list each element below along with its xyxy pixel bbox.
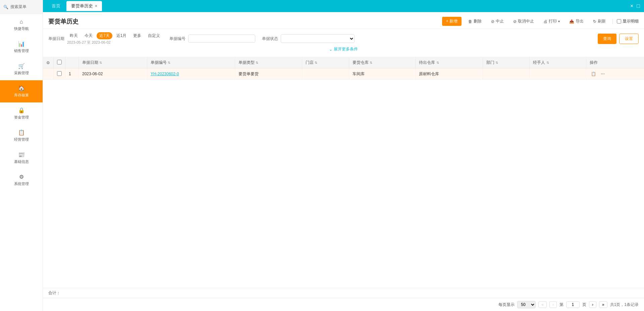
row-num-0: 1 [65, 69, 79, 80]
row-edit-icon-0[interactable]: 📋 [590, 71, 597, 77]
col-store-header: 门店 ⇅ [302, 57, 349, 69]
next-page-btn[interactable]: › [589, 301, 596, 308]
doc-number-filter-group: 单据编号 [169, 35, 255, 43]
handler-sort-icon[interactable]: ⇅ [546, 61, 549, 64]
prev-page-btn[interactable]: ‹ [549, 301, 557, 308]
per-page-label: 每页显示 [498, 302, 515, 308]
select-all-checkbox[interactable] [57, 60, 62, 64]
add-button[interactable]: + 新增 [442, 17, 462, 26]
expand-more-btn[interactable]: ⌄ 展开更多条件 [48, 45, 639, 53]
sidebar-item-quick-nav[interactable]: ⌂快捷导航 [0, 14, 43, 36]
sidebar-item-operations[interactable]: 📋经营管理 [0, 125, 43, 147]
tab-close-requisition-history[interactable]: × [95, 4, 97, 8]
tab-home[interactable]: 首页 [47, 1, 65, 11]
sidebar-item-system[interactable]: ⚙系统管理 [0, 169, 43, 191]
store-sort-icon[interactable]: ⇅ [315, 61, 317, 64]
purchase-label: 采购管理 [14, 71, 29, 76]
tab-label-requisition-history: 要货单历史 [71, 3, 93, 9]
date-shortcut-yesterday[interactable]: 昨天 [67, 32, 80, 39]
status-select[interactable] [281, 34, 355, 43]
sales-icon: 📊 [18, 41, 25, 47]
date-shortcut-last_month[interactable]: 近1月 [114, 32, 129, 39]
sidebar-item-basic-info[interactable]: 📰基础信息 [0, 147, 43, 169]
req-warehouse-sort-icon[interactable]: ⇅ [370, 61, 372, 64]
row-doc-number-0: YH-20230602-0 [147, 69, 235, 80]
date-shortcut-more[interactable]: 更多 [130, 32, 144, 39]
date-shortcut-last7[interactable]: 近7天 [97, 32, 112, 39]
summary-label: 合计： [48, 290, 60, 296]
row-checkbox-0[interactable] [57, 71, 62, 76]
date-shortcut-today[interactable]: 今天 [82, 32, 95, 39]
refresh-button[interactable]: ↻ 刷新 [590, 17, 608, 26]
query-button[interactable]: 查询 [598, 34, 616, 44]
sidebar-item-finance[interactable]: 🔒资金管理 [0, 102, 43, 125]
row-handler-0 [530, 69, 586, 80]
tab-requisition-history[interactable]: 要货单历史× [66, 1, 102, 11]
page-input[interactable] [566, 301, 580, 308]
col-doc-number-header: 单据编号 ⇅ [147, 57, 235, 69]
quick-nav-label: 快捷导航 [14, 26, 29, 31]
row-check-0 [54, 69, 65, 80]
operations-label: 经营管理 [14, 137, 29, 142]
page-title: 要货单历史 [48, 17, 78, 26]
status-filter-group: 单据状态 [262, 34, 355, 43]
sidebar-item-inventory[interactable]: 🏠库存核算 [0, 80, 43, 102]
last-page-btn[interactable]: » [599, 301, 607, 308]
export-icon: 📤 [569, 19, 574, 24]
doc-number-input[interactable] [188, 35, 255, 43]
show-detail-toggle[interactable]: 显示明细 [617, 18, 639, 24]
purchase-icon: 🛒 [18, 63, 25, 69]
page-suffix: 页 [582, 302, 586, 308]
table-footer: 合计： [43, 288, 644, 298]
row-more-icon-0[interactable]: ⋯ [599, 71, 606, 77]
sidebar-search[interactable]: 🔍 搜索菜单 [0, 0, 43, 14]
basic-info-label: 基础信息 [14, 159, 29, 164]
delete-button[interactable]: 🗑 删除 [466, 17, 484, 26]
doc-date-sort-icon[interactable]: ⇅ [99, 61, 102, 64]
doc-number-link-0[interactable]: YH-20230602-0 [151, 72, 179, 76]
toolbar-divider [612, 19, 613, 24]
department-sort-icon[interactable]: ⇅ [495, 61, 498, 64]
doc-type-sort-icon[interactable]: ⇅ [256, 61, 258, 64]
export-button[interactable]: 📤 导出 [567, 17, 586, 26]
doc-number-label: 单据编号 [169, 36, 185, 42]
col-doc-date-header: 单据日期 ⇅ [79, 57, 147, 69]
window-close-btn[interactable]: × [630, 3, 633, 9]
show-detail-checkbox[interactable] [617, 19, 621, 24]
tab-bar: 首页要货单历史× × □ [43, 0, 644, 12]
stop-button[interactable]: ⊘ 中止 [488, 17, 506, 26]
stop-icon: ⊘ [491, 19, 494, 24]
date-filter-group: 单据日期 昨天今天近7天近1月更多自定义 2023-05-27 至 2023-0… [48, 32, 163, 45]
page-label: 第 [559, 302, 564, 308]
sidebar-item-sales[interactable]: 📊销售管理 [0, 36, 43, 58]
refresh-icon: ↻ [593, 19, 596, 24]
filter-area: 单据日期 昨天今天近7天近1月更多自定义 2023-05-27 至 2023-0… [43, 29, 644, 57]
filter-settings-button[interactable]: 设置 [619, 34, 639, 44]
search-icon: 🔍 [3, 5, 8, 9]
quick-nav-icon: ⌂ [20, 19, 23, 25]
date-shortcut-custom[interactable]: 自定义 [145, 32, 163, 39]
system-icon: ⚙ [19, 174, 24, 180]
first-page-btn[interactable]: « [538, 301, 547, 308]
window-maximize-btn[interactable]: □ [637, 3, 640, 9]
sidebar-item-purchase[interactable]: 🛒采购管理 [0, 58, 43, 80]
pending-warehouse-sort-icon[interactable]: ⇅ [436, 61, 439, 64]
date-shortcuts-row: 昨天今天近7天近1月更多自定义 [67, 32, 163, 39]
table-row: 1 2023-06-02 YH-20230602-0 要货单要货 车间库 原材料… [43, 69, 644, 80]
date-filter-label: 单据日期 [48, 36, 64, 42]
print-dropdown-icon: ▾ [558, 19, 560, 23]
row-settings-0 [43, 69, 54, 80]
print-button[interactable]: 🖨 打印 ▾ [541, 17, 562, 26]
table-body: 1 2023-06-02 YH-20230602-0 要货单要货 车间库 原材料… [43, 69, 644, 80]
page-content: 要货单历史 + 新增 🗑 删除 ⊘ 中止 ⊘ 取消中止 🖨 打印 [43, 12, 644, 311]
sales-label: 销售管理 [14, 48, 29, 53]
per-page-select[interactable]: 102050100 [517, 301, 536, 308]
row-department-0 [483, 69, 529, 80]
cancel-stop-button[interactable]: ⊘ 取消中止 [511, 17, 537, 26]
col-num-header [65, 57, 79, 69]
col-req-warehouse-header: 要货仓库 ⇅ [349, 57, 416, 69]
col-department-header: 部门 ⇅ [483, 57, 529, 69]
column-settings-icon[interactable]: ⚙ [46, 60, 50, 65]
col-actions-header: 操作 [586, 57, 644, 69]
doc-number-sort-icon[interactable]: ⇅ [168, 61, 170, 64]
